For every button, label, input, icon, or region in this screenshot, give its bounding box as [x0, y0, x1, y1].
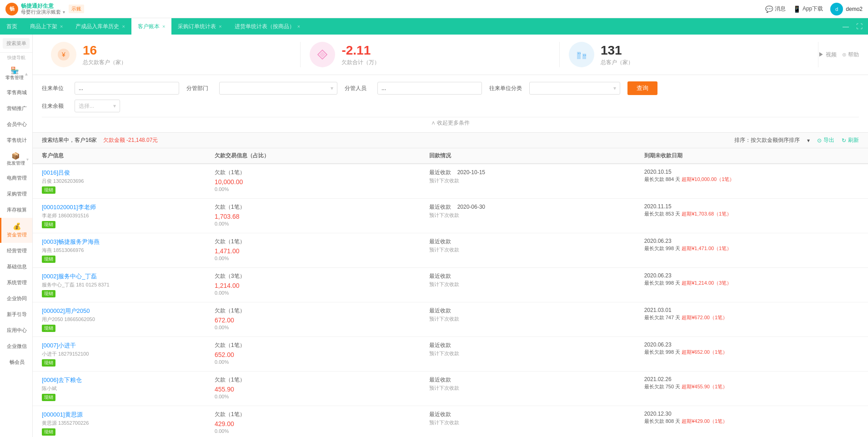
export-btn[interactable]: ⊙ 导出 — [817, 136, 834, 144]
tab-cai-gou[interactable]: 采购订单统计表 × — [171, 18, 228, 35]
overdue-amount[interactable]: 超期¥672.00（1笔） — [682, 315, 728, 320]
customer-name-link[interactable]: [0001020001]李老师 — [42, 203, 215, 211]
company-nav-arrow[interactable]: ▾ — [63, 10, 65, 15]
sidebar-item-basic-info[interactable]: 基础信息 — [0, 259, 32, 275]
stat-info-1: 16 总欠款客户（家） — [83, 43, 126, 67]
tab-close-icon[interactable]: × — [60, 24, 63, 29]
results-summary-text: 搜索结果中，客户16家 — [42, 137, 97, 143]
debt-amount[interactable]: 1,703.68 — [215, 213, 429, 220]
stat-icon-diamond — [310, 42, 335, 67]
customer-name-link[interactable]: [0002]服务中心_丁磊 — [42, 272, 215, 281]
recovery-cell: 最近收款 2020-06-30 预计下次收款 — [429, 203, 644, 219]
recovery-cell: 最近收款 预计下次收款 — [429, 376, 644, 392]
sidebar-item-inventory[interactable]: 库存核算 — [0, 202, 32, 218]
main-content: ¥ 16 总欠款客户（家） -2.11 欠款合计（万） — [33, 35, 868, 437]
tab-jin-huo[interactable]: 进货单统计表（按商品） × — [228, 18, 306, 35]
help-btn[interactable]: ⊙ 帮助 — [842, 51, 859, 59]
tab-chan-pin[interactable]: 产成品入库单历史 × — [69, 18, 131, 35]
tab-home[interactable]: 首页 — [0, 18, 24, 35]
person-input[interactable]: ... — [377, 82, 482, 95]
debt-count: 欠款（1笔） — [215, 307, 429, 315]
overdue-amount[interactable]: 超期¥1,703.68（1笔） — [682, 211, 732, 216]
tab-minimize-btn[interactable]: — — [841, 22, 851, 31]
stat-icon-money: ¥ — [51, 42, 76, 67]
tab-shang-pin[interactable]: 商品上下架 × — [24, 18, 69, 35]
tab-close-icon[interactable]: × — [219, 24, 221, 29]
next-payment-label: 预计下次收款 — [429, 385, 644, 392]
customer-contact: 黄思源 13552700226 — [42, 420, 215, 427]
collapse-filter-btn[interactable]: ∧ 收起更多条件 — [42, 117, 859, 129]
debt-amount[interactable]: 672.00 — [215, 316, 429, 324]
app-download-icon: 📱 — [793, 5, 801, 13]
stats-actions: ▶ 视频 ⊙ 帮助 — [818, 51, 859, 59]
debt-amount[interactable]: 429.00 — [215, 420, 429, 427]
tab-close-icon[interactable]: × — [162, 24, 165, 29]
sidebar-item-wechat-enterprise[interactable]: 企业微信 — [0, 338, 32, 354]
overdue-amount[interactable]: 超期¥1,214.00（3笔） — [682, 280, 732, 286]
sidebar-item-ecommerce[interactable]: 电商管理 — [0, 170, 32, 186]
sidebar-item-member-center[interactable]: 会员中心 — [0, 116, 32, 132]
customer-name-link[interactable]: [0007]小进干 — [42, 342, 215, 350]
sidebar-item-app-center[interactable]: 应用中心 — [0, 322, 32, 338]
view-video-btn[interactable]: ▶ 视频 — [818, 51, 836, 59]
stat-value-1: 16 — [83, 43, 126, 58]
sidebar-item-chang-member[interactable]: 畅会员 — [0, 354, 32, 370]
sidebar-item-operations[interactable]: 经营管理 — [0, 243, 32, 259]
source-unit-dots: ... — [79, 85, 83, 91]
customer-name-link[interactable]: [0003]畅捷服务尹海燕 — [42, 238, 215, 246]
sidebar-item-marketing[interactable]: 营销推广 — [0, 100, 32, 116]
ecommerce-label: 电商管理 — [7, 175, 27, 181]
search-button[interactable]: 查询 — [627, 81, 657, 95]
last-payment-date: 最近收款 — [429, 307, 644, 315]
table-row: [0003]畅捷服务尹海燕 海燕 18513066976 现销 欠款（1笔） 1… — [33, 233, 868, 268]
tab-close-icon[interactable]: × — [297, 24, 300, 29]
sidebar-item-finance[interactable]: 💰 资金管理 — [0, 218, 32, 243]
sidebar-item-retail-mall[interactable]: 零售商城 — [0, 85, 32, 100]
tab-close-icon[interactable]: × — [122, 24, 125, 29]
tab-ke-hu[interactable]: 客户账本 × — [131, 18, 171, 35]
app-download-action[interactable]: 📱 App下载 — [793, 5, 823, 13]
debt-count: 欠款（1笔） — [215, 238, 429, 246]
overdue-amount[interactable]: 超期¥429.00（1笔） — [682, 418, 728, 424]
customer-name-link[interactable]: [0006]去下粮仓 — [42, 376, 215, 384]
last-payment-date: 最近收款 — [429, 272, 644, 280]
results-summary: 搜索结果中，客户16家 欠款金额 -21,148.07元 排序：按欠款金额倒序排… — [33, 133, 868, 148]
unit-category-input[interactable]: ▾ — [529, 82, 620, 95]
sidebar-search-btn[interactable]: 搜索菜单 — [3, 38, 30, 49]
tab-maximize-btn[interactable]: ⛶ — [854, 22, 864, 31]
overdue-amount[interactable]: 超期¥10,000.00（1笔） — [682, 176, 734, 182]
sidebar-item-enterprise-collab[interactable]: 企业协同 — [0, 291, 32, 306]
debt-amount[interactable]: 652.00 — [215, 351, 429, 358]
remaining-select[interactable]: 选择... ▾ — [75, 100, 120, 112]
overdue-amount[interactable]: 超期¥652.00（1笔） — [682, 349, 728, 355]
company-name[interactable]: 母婴行业演示账套 — [21, 9, 61, 15]
sidebar-item-newbie-guide[interactable]: 新手引导 — [0, 306, 32, 322]
last-payment-date: 最近收款 2020-10-15 — [429, 169, 644, 176]
sidebar-item-purchase-mgmt[interactable]: 采购管理 — [0, 186, 32, 202]
debt-amount[interactable]: 455.90 — [215, 386, 429, 393]
sidebar-item-retail-stats[interactable]: 零售统计 — [0, 132, 32, 148]
debt-amount[interactable]: 10,000.00 — [215, 178, 429, 186]
username-label: demo2 — [846, 6, 863, 12]
user-area[interactable]: d demo2 — [830, 3, 863, 15]
customer-name-link[interactable]: [000001]黄思源 — [42, 411, 215, 419]
stat-item-2: -2.11 欠款合计（万） — [301, 42, 559, 67]
overdue-info: 最长欠款 998 天 超期¥652.00（1笔） — [644, 349, 859, 356]
overdue-amount[interactable]: 超期¥1,471.00（1笔） — [682, 246, 732, 251]
customer-name-link[interactable]: [0016]吕俊 — [42, 169, 215, 177]
sidebar-item-zero-sale-mgmt[interactable]: 🏪 零售管理 ▲ — [0, 63, 32, 85]
debt-amount[interactable]: 1,214.00 — [215, 282, 429, 289]
dept-input[interactable]: ▾ — [219, 82, 337, 95]
filter-row-1: 往来单位 ... 分管部门 ▾ 分管人员 ... 往来单位分类 — [42, 81, 859, 95]
refresh-btn[interactable]: ↻ 刷新 — [842, 136, 859, 144]
sidebar-item-wholesale-mgmt[interactable]: 📦 批发管理 ▾ — [0, 148, 32, 170]
sidebar-item-system-mgmt[interactable]: 系统管理 — [0, 275, 32, 291]
overdue-amount[interactable]: 超期¥455.90（1笔） — [682, 384, 728, 389]
message-action[interactable]: 💬 消息 — [765, 5, 786, 13]
customer-name-link[interactable]: [000002]用户2050 — [42, 307, 215, 315]
source-unit-input[interactable]: ... — [75, 82, 179, 95]
debt-amount[interactable]: 1,471.00 — [215, 247, 429, 255]
sort-arrow[interactable]: ▾ — [807, 137, 810, 144]
retail-stats-label: 零售统计 — [7, 137, 27, 144]
tab-label: 采购订单统计表 — [178, 23, 216, 30]
